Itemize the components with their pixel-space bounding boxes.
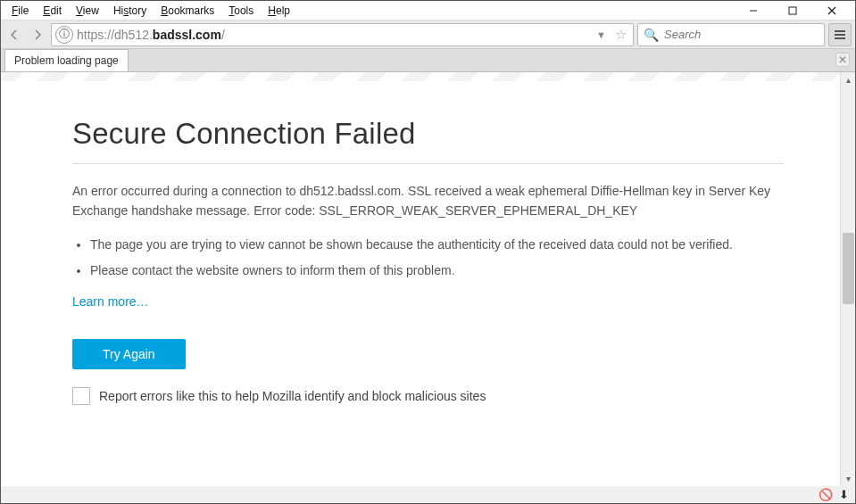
menu-help[interactable]: Help [261,3,297,19]
menu-view[interactable]: View [69,3,106,19]
minimize-button[interactable] [734,1,773,21]
back-button[interactable] [4,25,24,45]
vertical-scrollbar[interactable]: ▴ ▾ [840,72,855,486]
learn-more-link[interactable]: Learn more… [72,294,149,309]
error-bullet-1: The page you are trying to view cannot b… [90,235,784,254]
error-bullet-2: Please contact the website owners to inf… [90,260,784,280]
navigation-toolbar: ⓘ https://dh512.badssl.com/ ▼ ☆ 🔍 [1,21,855,49]
menu-bookmarks[interactable]: Bookmarks [154,3,221,19]
error-page: Secure Connection Failed An error occurr… [1,81,855,423]
tab-title: Problem loading page [14,54,119,67]
search-box[interactable]: 🔍 [637,23,825,46]
noscript-icon[interactable]: 🚫 [819,487,833,501]
maximize-button[interactable] [773,1,812,21]
bookmark-star-icon[interactable]: ☆ [612,27,629,43]
report-row: Report errors like this to help Mozilla … [72,387,784,405]
url-bar[interactable]: ⓘ https://dh512.badssl.com/ ▼ ☆ [51,23,634,46]
error-description: An error occurred during a connection to… [72,182,784,220]
menu-bar: File Edit View History Bookmarks Tools H… [1,1,855,21]
try-again-button[interactable]: Try Again [72,339,186,369]
error-heading: Secure Connection Failed [72,117,784,164]
tab-close-button[interactable]: ✕ [835,53,850,67]
url-dropdown-icon[interactable]: ▼ [594,29,609,40]
content-area: ▴ ▾ Secure Connection Failed An error oc… [1,72,855,486]
report-label: Report errors like this to help Mozilla … [99,389,486,403]
menu-tools[interactable]: Tools [221,3,261,19]
close-button[interactable] [812,1,852,21]
maximize-icon [788,6,797,15]
url-domain: badssl.com [153,28,221,42]
scroll-up-arrow-icon[interactable]: ▴ [841,72,855,87]
menu-file[interactable]: File [4,3,36,19]
menu-button[interactable] [828,23,852,46]
search-icon: 🔍 [644,28,659,42]
error-bullets: The page you are trying to view cannot b… [72,235,784,280]
report-checkbox[interactable] [72,387,90,405]
scroll-thumb[interactable] [843,233,854,304]
back-arrow-icon [8,29,21,41]
scroll-down-arrow-icon[interactable]: ▾ [841,471,855,486]
svg-rect-1 [789,7,796,14]
minimize-icon [749,6,758,15]
warning-stripes [1,72,855,81]
download-arrow-icon[interactable]: ⬇ [836,487,851,501]
forward-arrow-icon [31,29,44,41]
url-text[interactable]: https://dh512.badssl.com/ [77,28,590,42]
identity-info-icon[interactable]: ⓘ [55,26,73,44]
menu-edit[interactable]: Edit [36,3,69,19]
hamburger-icon [834,29,846,40]
tab-active[interactable]: Problem loading page [4,49,129,71]
search-input[interactable] [664,28,819,41]
window-controls [734,1,852,21]
close-icon [827,6,836,15]
menu-history[interactable]: History [106,3,154,19]
status-bar: 🚫 ⬇ [815,486,854,502]
forward-button[interactable] [28,25,47,45]
url-suffix: / [221,28,225,42]
tab-strip: Problem loading page ✕ [1,49,855,72]
url-prefix: https://dh512. [77,28,153,42]
